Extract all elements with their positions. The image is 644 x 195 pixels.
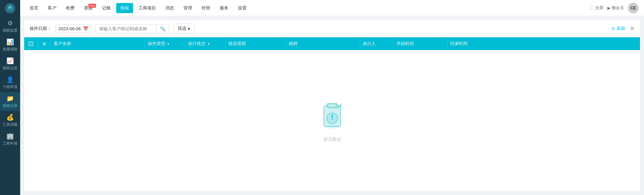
search-box: 🔍 bbox=[95, 24, 169, 33]
search-input[interactable] bbox=[96, 25, 156, 33]
annual-report-icon: 🏢 bbox=[6, 132, 14, 140]
nav-shezhi[interactable]: 设置 bbox=[234, 3, 251, 13]
sidebar-logo[interactable] bbox=[0, 0, 20, 17]
sidebar-item-label: 报税记录 bbox=[3, 103, 17, 108]
sidebar-item-baoshui-shezhi[interactable]: ⚙ 报税设置 bbox=[0, 17, 20, 36]
header-checkbox[interactable] bbox=[29, 41, 33, 46]
overview-icon: 📈 bbox=[6, 57, 14, 65]
settlement-icon: 💰 bbox=[6, 114, 14, 121]
nav-fuwu[interactable]: 服务 bbox=[216, 3, 232, 13]
th-tax-type: 税种 bbox=[286, 37, 360, 50]
th-settings[interactable]: ⚙ bbox=[38, 37, 51, 50]
th-start-time: 开始时间 bbox=[394, 37, 447, 50]
table-body-empty: 暂无数据 bbox=[24, 50, 640, 191]
th-exec-status[interactable]: 执行状态 ▼ bbox=[185, 37, 226, 50]
settings-icon: ⚙ bbox=[7, 20, 13, 27]
svg-point-6 bbox=[332, 119, 333, 120]
top-navigation: 首页 客户 收费 票据 new 记账 报税 工商项目 消息 管理 经营 服务 设… bbox=[20, 0, 644, 16]
svg-point-4 bbox=[327, 113, 338, 124]
sort-icon-operation: ▼ bbox=[167, 42, 170, 46]
filter-button[interactable]: 筛选 ▾ bbox=[173, 24, 195, 34]
toolbar: 操作日期： 2023-06-06 📅 🔍 筛选 ▾ ↻ 刷新 bbox=[24, 20, 640, 37]
th-checkbox[interactable] bbox=[24, 37, 38, 50]
main-area: 首页 客户 收费 票据 new 记账 报税 工商项目 消息 管理 经营 服务 设… bbox=[20, 0, 644, 195]
filter-label: 筛选 bbox=[178, 26, 186, 32]
nav-items: 首页 客户 收费 票据 new 记账 报税 工商项目 消息 管理 经营 服务 设… bbox=[26, 3, 590, 13]
date-label: 操作日期： bbox=[30, 26, 51, 32]
date-value: 2023-06-06 bbox=[58, 26, 81, 31]
vip-icon: ▶ bbox=[607, 6, 610, 10]
sidebar-item-label: 汇算清缴 bbox=[3, 122, 17, 127]
calendar-icon: 📅 bbox=[83, 26, 88, 31]
date-picker[interactable]: 2023-06-06 📅 bbox=[55, 25, 91, 33]
nav-baoshui[interactable]: 报税 bbox=[116, 3, 133, 13]
sidebar-item-geshuishenbao[interactable]: 👤 个税申报 bbox=[0, 73, 20, 92]
nav-shoufei[interactable]: 收费 bbox=[62, 3, 79, 13]
sort-icon-status: ▼ bbox=[207, 42, 210, 46]
sidebar-item-huisuan-jiaona[interactable]: 💰 汇算清缴 bbox=[0, 111, 20, 130]
search-button[interactable]: 🔍 bbox=[156, 25, 169, 33]
user-avatar[interactable]: CE bbox=[628, 3, 639, 13]
svg-rect-3 bbox=[329, 105, 336, 107]
nav-jingying[interactable]: 经营 bbox=[198, 3, 214, 13]
nav-gongshang[interactable]: 工商项目 bbox=[134, 3, 160, 13]
record-icon: 📁 bbox=[6, 95, 14, 102]
fullscreen-icon: ⛶ bbox=[590, 6, 594, 10]
close-button[interactable]: ✕ bbox=[630, 26, 635, 32]
nav-xiaoxi[interactable]: 消息 bbox=[161, 3, 178, 13]
page-content: 操作日期： 2023-06-06 📅 🔍 筛选 ▾ ↻ 刷新 bbox=[24, 20, 640, 191]
sidebar-item-label: 个税申报 bbox=[3, 84, 17, 89]
content-area: 操作日期： 2023-06-06 📅 🔍 筛选 ▾ ↻ 刷新 bbox=[20, 16, 644, 195]
new-badge: new bbox=[88, 4, 96, 8]
svg-rect-5 bbox=[332, 115, 333, 118]
nav-guanli[interactable]: 管理 bbox=[179, 3, 196, 13]
nav-home[interactable]: 首页 bbox=[26, 3, 42, 13]
sidebar-item-label: 报税设置 bbox=[3, 28, 17, 33]
sidebar-item-label: 批量报税 bbox=[3, 47, 17, 52]
vip-button[interactable]: ▶ 畅会员 bbox=[607, 5, 624, 11]
settings-col-icon: ⚙ bbox=[42, 41, 46, 46]
sidebar-item-label: 报税总览 bbox=[3, 66, 17, 71]
topnav-right: ⛶ 全屏 ▶ 畅会员 CE bbox=[590, 3, 639, 13]
th-operation-type[interactable]: 操作类型 ▼ bbox=[145, 37, 185, 50]
table-header: ⚙ 客户名称 操作类型 ▼ 执行状态 ▼ 错误原因 bbox=[24, 37, 640, 50]
nav-piao[interactable]: 票据 new bbox=[80, 3, 97, 13]
svg-point-9 bbox=[325, 126, 340, 128]
refresh-button[interactable]: ↻ 刷新 bbox=[612, 26, 626, 32]
chevron-down-icon: ▾ bbox=[188, 26, 190, 31]
sidebar-item-gongshang-nianbao[interactable]: 🏢 工商年报 bbox=[0, 130, 20, 149]
empty-text: 暂无数据 bbox=[324, 136, 341, 143]
empty-state: 暂无数据 bbox=[315, 99, 349, 143]
sidebar-item-piliang-baoshui[interactable]: 📊 批量报税 bbox=[0, 36, 20, 54]
nav-jizhang[interactable]: 记账 bbox=[98, 3, 115, 13]
sidebar-item-baoshui-jilu[interactable]: 📁 报税记录 bbox=[0, 92, 20, 111]
sidebar-item-label: 工商年报 bbox=[3, 141, 17, 146]
th-executor: 执行人 bbox=[360, 37, 394, 50]
th-error-reason: 错误原因 bbox=[226, 37, 286, 50]
empty-illustration bbox=[315, 99, 349, 132]
table-wrapper: ⚙ 客户名称 操作类型 ▼ 执行状态 ▼ 错误原因 bbox=[24, 37, 640, 191]
nav-customer[interactable]: 客户 bbox=[44, 3, 60, 13]
fullscreen-button[interactable]: ⛶ 全屏 bbox=[590, 5, 603, 11]
batch-tax-icon: 📊 bbox=[6, 38, 14, 46]
sidebar-item-baoshui-zonglan[interactable]: 📈 报税总览 bbox=[0, 54, 20, 73]
personal-tax-icon: 👤 bbox=[6, 76, 14, 83]
refresh-icon: ↻ bbox=[612, 26, 615, 31]
th-end-time: 结束时间 bbox=[447, 37, 501, 50]
th-customer-name: 客户名称 bbox=[51, 37, 145, 50]
sidebar: ⚙ 报税设置 📊 批量报税 📈 报税总览 👤 个税申报 📁 报税记录 💰 汇算清… bbox=[0, 0, 20, 195]
